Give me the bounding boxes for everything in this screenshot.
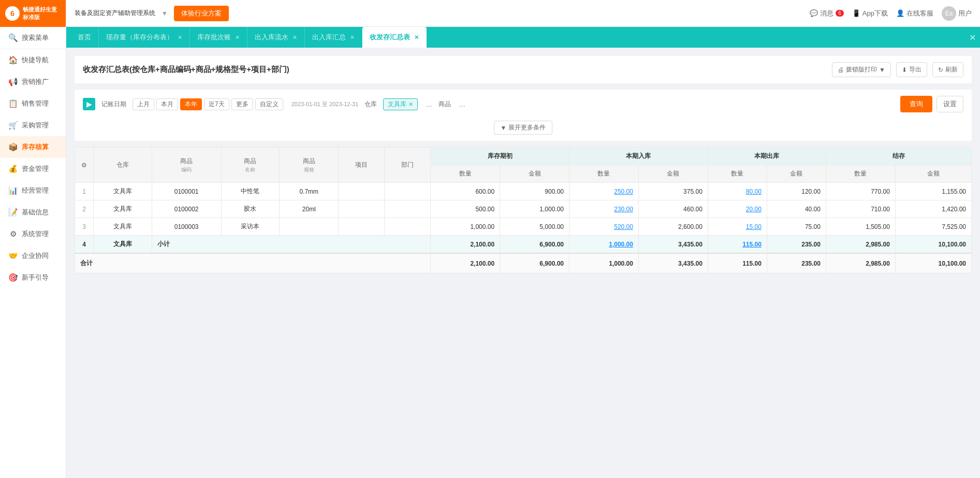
date-btn-7days[interactable]: 近7天	[204, 98, 229, 110]
date-btn-custom[interactable]: 自定义	[255, 98, 283, 110]
row-warehouse: 文具库	[94, 218, 152, 236]
sidebar-search[interactable]: 🔍 搜索菜单	[0, 27, 66, 49]
sidebar-item-enterprise[interactable]: 🤝 企业协同	[0, 245, 66, 267]
tab-close-inventory-dist[interactable]: ✕	[178, 34, 182, 41]
in-qty-link[interactable]: 520.00	[614, 223, 633, 230]
row-code: 0100002	[152, 200, 221, 218]
app-download-button[interactable]: 📱 App下载	[852, 9, 888, 18]
settings-icon[interactable]: ⚙	[81, 162, 87, 169]
export-button[interactable]: ⬇ 导出	[896, 62, 927, 77]
tab-inventory-dist[interactable]: 现存量（库存分布表） ✕	[99, 27, 190, 48]
sidebar-item-operation[interactable]: 📊 经营管理	[0, 180, 66, 201]
th-in-amt: 金额	[638, 165, 708, 183]
warehouse-tag: 文具库 ✕	[383, 98, 418, 110]
th-open-qty: 数量	[431, 165, 500, 183]
logo-text: 畅捷通好生意 标准版	[23, 6, 57, 22]
product-label: 商品	[438, 100, 451, 109]
in-qty-link[interactable]: 230.00	[614, 206, 633, 213]
subtotal-label: 小计	[152, 236, 431, 254]
th-bal-amt: 金额	[895, 165, 971, 183]
out-qty-link[interactable]: 80.00	[746, 188, 762, 195]
total-in-qty: 1,000.00	[569, 253, 639, 273]
base-icon: 📝	[8, 208, 18, 217]
th-out-amt: 金额	[767, 165, 826, 183]
row-out-amt: 120.00	[767, 183, 826, 200]
total-open-amt: 6,900.00	[500, 253, 569, 273]
date-range: 2023-01-01 至 2023-12-31	[291, 100, 359, 108]
date-btn-this-year[interactable]: 本年	[180, 98, 202, 110]
in-qty-link[interactable]: 250.00	[614, 188, 633, 195]
sidebar-item-guide[interactable]: 🎯 新手引导	[0, 267, 66, 288]
table-row: 2 文具库 0100002 胶水 20ml 500.00 1,000.00 23…	[75, 200, 972, 218]
th-settings[interactable]: ⚙	[75, 148, 94, 183]
topbar-right: 💬 消息 6 📱 App下载 👤 在线客服 Ea 用户	[810, 6, 972, 21]
th-dept: 部门	[385, 148, 431, 183]
sidebar-nav: 🏠 快捷导航 📢 营销推广 📋 销售管理 🛒 采购管理 📦 库存核算 💰 资金管…	[0, 49, 66, 478]
product-more-icon[interactable]: ...	[459, 100, 465, 108]
sidebar-item-sales[interactable]: 📋 销售管理	[0, 93, 66, 114]
sidebar-item-marketing[interactable]: 📢 营销推广	[0, 71, 66, 93]
date-btn-more[interactable]: 更多	[231, 98, 253, 110]
warehouse-tag-close[interactable]: ✕	[408, 101, 413, 108]
th-bal-qty: 数量	[826, 165, 895, 183]
out-qty-link[interactable]: 15.00	[746, 223, 762, 230]
user-menu[interactable]: Ea 用户	[942, 6, 972, 21]
row-spec: 0.7mm	[280, 183, 339, 200]
experience-button[interactable]: 体验行业方案	[174, 6, 229, 21]
sidebar: 6 畅捷通好生意 标准版 🔍 搜索菜单 🏠 快捷导航 📢 营销推广 📋 销售管理…	[0, 0, 66, 478]
subtotal-out-qty: 115.00	[708, 236, 767, 254]
subtotal-in-qty: 1,000.00	[569, 236, 639, 254]
subtotal-num: 4	[75, 236, 94, 254]
set-button[interactable]: 设置	[937, 96, 963, 112]
row-bal-amt: 1,420.00	[895, 200, 971, 218]
tab-receive-send-summary[interactable]: 收发存汇总表 ✕	[362, 27, 427, 48]
tab-close-all-icon[interactable]: ✕	[963, 33, 976, 42]
date-btn-this-month[interactable]: 本月	[156, 98, 178, 110]
date-btn-last-month[interactable]: 上月	[133, 98, 154, 110]
sidebar-item-base[interactable]: 📝 基础信息	[0, 201, 66, 223]
sidebar-item-finance[interactable]: 💰 资金管理	[0, 158, 66, 180]
tab-close-in-out-flow[interactable]: ✕	[292, 34, 297, 41]
sidebar-item-quick-nav[interactable]: 🏠 快捷导航	[0, 49, 66, 71]
tab-in-out-summary[interactable]: 出入库汇总 ✕	[305, 27, 362, 48]
row-open-qty: 500.00	[431, 200, 500, 218]
row-open-amt: 900.00	[500, 183, 569, 200]
system-dropdown-icon[interactable]: ▼	[162, 10, 168, 17]
export-icon: ⬇	[902, 66, 907, 74]
subtotal-bal-qty: 2,985.00	[826, 236, 895, 254]
page-title: 收发存汇总表(按仓库+商品编码+商品+规格型号+项目+部门)	[83, 65, 289, 75]
filter-toggle-btn[interactable]: ▶	[83, 98, 95, 110]
sidebar-item-system[interactable]: ⚙ 系统管理	[0, 223, 66, 245]
th-out-qty: 数量	[708, 165, 767, 183]
row-code: 0100003	[152, 218, 221, 236]
row-in-qty: 520.00	[569, 218, 639, 236]
sidebar-item-purchase[interactable]: 🛒 采购管理	[0, 114, 66, 136]
query-button[interactable]: 查询	[900, 96, 932, 112]
table-row: 1 文具库 0100001 中性笔 0.7mm 600.00 900.00 25…	[75, 183, 972, 200]
total-bal-amt: 10,100.00	[895, 253, 971, 273]
subtotal-in-qty-link[interactable]: 1,000.00	[609, 241, 633, 248]
row-in-qty: 230.00	[569, 200, 639, 218]
subtotal-out-qty-link[interactable]: 115.00	[742, 241, 762, 248]
row-bal-qty: 770.00	[826, 183, 895, 200]
table-footer: 合计 2,100.00 6,900.00 1,000.00 3,435.00 1…	[75, 253, 972, 273]
tab-in-out-flow[interactable]: 出入库流水 ✕	[247, 27, 305, 48]
online-service-button[interactable]: 👤 在线客服	[896, 9, 933, 18]
tab-batch-account[interactable]: 库存批次账 ✕	[190, 27, 247, 48]
table-body: 1 文具库 0100001 中性笔 0.7mm 600.00 900.00 25…	[75, 183, 972, 254]
expand-conditions-btn[interactable]: ▼ 展开更多条件	[494, 121, 553, 135]
row-bal-qty: 710.00	[826, 200, 895, 218]
total-out-amt: 235.00	[767, 253, 826, 273]
sidebar-item-inventory[interactable]: 📦 库存核算	[0, 136, 66, 158]
print-button[interactable]: 🖨 拨锁版打印 ▼	[832, 62, 891, 77]
tab-close-in-out-summary[interactable]: ✕	[350, 34, 355, 41]
warehouse-more-icon[interactable]: ...	[426, 100, 432, 108]
tab-close-receive-send-summary[interactable]: ✕	[414, 34, 419, 41]
row-open-qty: 600.00	[431, 183, 500, 200]
out-qty-link[interactable]: 20.00	[746, 206, 762, 213]
message-button[interactable]: 💬 消息 6	[810, 9, 844, 18]
tab-close-batch-account[interactable]: ✕	[235, 34, 240, 41]
tab-home[interactable]: 首页	[70, 27, 99, 48]
filter-right-buttons: 查询 设置	[900, 96, 963, 112]
refresh-button[interactable]: ↻ 刷新	[932, 62, 963, 77]
